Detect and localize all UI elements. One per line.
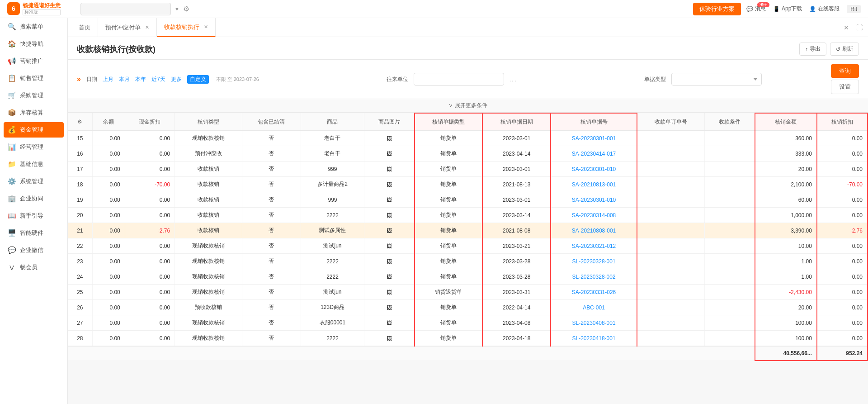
last7-btn[interactable]: 近7天 xyxy=(151,76,165,83)
table-cell[interactable]: SL-20230418-001 xyxy=(551,331,637,347)
industry-btn[interactable]: 休验行业方案 xyxy=(693,3,741,15)
th-cancel-bill-no: 核销单据号 xyxy=(551,113,637,131)
table-footer: 40,556,66... 952.24 xyxy=(68,346,868,361)
table-cell[interactable]: SA-20210808-001 xyxy=(551,223,637,238)
table-cell xyxy=(637,331,705,347)
this-year-btn[interactable]: 本年 xyxy=(135,76,146,83)
table-cell[interactable]: SA-20230314-008 xyxy=(551,208,637,223)
export-btn[interactable]: ↑ 导出 xyxy=(799,43,826,56)
sales-icon: 📋 xyxy=(7,74,16,82)
sidebar-item-basicinfo[interactable]: 📁 基础信息 xyxy=(0,156,67,173)
this-month-btn[interactable]: 本月 xyxy=(119,76,130,83)
table-cell: 老白干 xyxy=(301,131,364,146)
sidebar-item-inventory[interactable]: 📦 库存核算 xyxy=(0,104,67,121)
table-cell[interactable]: SL-20230328-001 xyxy=(551,254,637,269)
table-cell: 收款核销 xyxy=(175,177,242,192)
app-icon: 📱 xyxy=(773,6,780,12)
gear-icon[interactable]: ⚙ xyxy=(183,5,189,13)
sidebar-item-purchase[interactable]: 🛒 采购管理 xyxy=(0,87,67,104)
table-cell[interactable]: SA-20230301-010 xyxy=(551,162,637,177)
messages-btn[interactable]: 💬 消息 99+ xyxy=(746,5,766,13)
table-cell: -70.00 xyxy=(817,177,868,192)
single-type-select[interactable] xyxy=(671,73,762,86)
sidebar-item-marketing[interactable]: 📢 营销推广 xyxy=(0,52,67,70)
tab-close-all-icon[interactable]: ✕ xyxy=(842,22,851,33)
table-cell[interactable]: SL-20230408-001 xyxy=(551,315,637,331)
online-service-btn[interactable]: 👤 在线客服 xyxy=(809,5,840,13)
footer-cancel-amount: 40,556,66... xyxy=(755,346,817,361)
table-cell[interactable]: SA-20210813-001 xyxy=(551,177,637,192)
filter-toggle-btn[interactable]: » xyxy=(77,75,81,83)
table-cell: 0.00 xyxy=(92,131,125,146)
table-cell: 0.00 xyxy=(125,269,175,285)
tab-prepay-close[interactable]: ✕ xyxy=(145,24,149,30)
last-month-btn[interactable]: 上月 xyxy=(103,76,113,83)
sidebar-item-finance[interactable]: 💰 资金管理 xyxy=(4,122,64,138)
more-btn[interactable]: 更多 xyxy=(171,76,182,83)
sidebar-item-vip[interactable]: V 畅会员 xyxy=(0,259,67,276)
table-cell[interactable]: SA-20230331-026 xyxy=(551,285,637,300)
table-cell: -70.00 xyxy=(125,177,175,192)
refresh-btn[interactable]: ↺ 刷新 xyxy=(830,43,859,56)
table-cell: 16 xyxy=(68,146,92,162)
table-cell xyxy=(637,269,705,285)
sidebar-label: 企业协同 xyxy=(20,195,43,203)
table-cell: 0.00 xyxy=(125,315,175,331)
table-cell[interactable]: SA-20230301-010 xyxy=(551,192,637,208)
sidebar-item-quicknav[interactable]: 🏠 快捷导航 xyxy=(0,35,67,52)
expand-bar[interactable]: ∨ 展开更多条件 xyxy=(68,99,868,113)
sidebar-item-search[interactable]: 🔍 搜索菜单 xyxy=(0,18,67,35)
tab-prepay[interactable]: 预付冲应付单 ✕ xyxy=(98,18,157,37)
sidebar-item-guide[interactable]: 📖 新手引导 xyxy=(0,207,67,224)
table-container[interactable]: ⚙ 余额 现金折扣 核销类型 包含已结清 商品 商品图片 核销单据类型 核销单据… xyxy=(68,113,868,404)
top-bar: 6 畅捷通谱好生意 标准版 ▼ ⚙ 休验行业方案 💬 消息 99+ 📱 App下… xyxy=(0,0,868,18)
from-unit-input[interactable] xyxy=(414,73,504,86)
sidebar-item-enterprise[interactable]: 🏢 企业协同 xyxy=(0,190,67,207)
th-setting[interactable]: ⚙ xyxy=(68,113,92,131)
tab-home[interactable]: 首页 xyxy=(71,18,98,37)
table-cell: 100.00 xyxy=(755,331,817,347)
table-cell xyxy=(705,269,755,285)
sidebar-item-sysmgmt[interactable]: ⚙️ 系统管理 xyxy=(0,173,67,190)
table-cell: 24 xyxy=(68,269,92,285)
table-cell: 17 xyxy=(68,162,92,177)
table-cell: 🖼 xyxy=(364,192,415,208)
page-title: 收款核销执行(按收款) xyxy=(77,44,156,55)
table-cell: 15 xyxy=(68,131,92,146)
th-receipt-condition: 收款条件 xyxy=(705,113,755,131)
table-cell: 2,100.00 xyxy=(755,177,817,192)
table-cell: 0.00 xyxy=(817,238,868,254)
table-cell[interactable]: ABC-001 xyxy=(551,300,637,315)
sidebar-label: 新手引导 xyxy=(20,212,43,220)
marketing-icon: 📢 xyxy=(7,57,16,65)
table-cell[interactable]: SA-20230301-001 xyxy=(551,131,637,146)
table-cell: 360.00 xyxy=(755,131,817,146)
tab-receipt-cancel[interactable]: 收款核销执行 ✕ xyxy=(157,18,216,37)
sidebar-label: 搜索菜单 xyxy=(20,23,43,31)
custom-btn[interactable]: 自定义 xyxy=(187,75,209,84)
sidebar-item-wechat[interactable]: 💬 企业微信 xyxy=(0,242,67,259)
tab-receipt-close[interactable]: ✕ xyxy=(204,24,208,30)
user-name[interactable]: Rit xyxy=(847,5,861,13)
table-cell: 收款核销 xyxy=(175,162,242,177)
settings-btn[interactable]: 设置 xyxy=(831,80,859,94)
sidebar-item-hardware[interactable]: 🖥️ 智能硬件 xyxy=(0,224,67,242)
table-cell[interactable]: SA-20230414-017 xyxy=(551,146,637,162)
search-input[interactable] xyxy=(80,3,171,15)
table-cell: 0.00 xyxy=(817,269,868,285)
app-download-btn[interactable]: 📱 App下载 xyxy=(773,5,802,13)
table-cell xyxy=(705,177,755,192)
query-btn[interactable]: 查询 xyxy=(831,64,859,78)
table-cell[interactable]: SA-20230321-012 xyxy=(551,238,637,254)
table-cell[interactable]: SL-20230328-002 xyxy=(551,269,637,285)
table-cell: 2022-04-14 xyxy=(482,300,551,315)
table-cell: 销货单 xyxy=(415,315,483,331)
sidebar-item-bizmt[interactable]: 📊 经营管理 xyxy=(0,138,67,156)
table-cell: 2023-03-01 xyxy=(482,131,551,146)
search-icon: 🔍 xyxy=(7,23,16,31)
tab-expand-icon[interactable]: ⛶ xyxy=(854,22,864,33)
sidebar-item-sales[interactable]: 📋 销售管理 xyxy=(0,70,67,87)
table-cell: 现销收款核销 xyxy=(175,285,242,300)
table-cell: 否 xyxy=(242,131,301,146)
filter-bar: » 日期 上月 本月 本年 近7天 更多 自定义 不限 至 2023-07-26… xyxy=(68,60,868,99)
